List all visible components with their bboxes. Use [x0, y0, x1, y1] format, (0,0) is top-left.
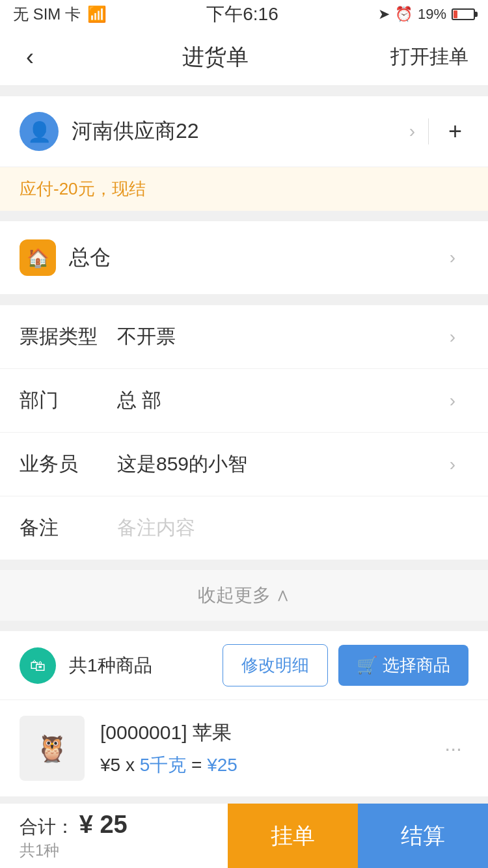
warehouse-name: 总仓	[69, 243, 450, 272]
department-label: 部门	[20, 387, 104, 414]
alarm-icon: ⏰	[395, 6, 413, 23]
battery-percent: 19%	[418, 6, 446, 23]
divider	[428, 118, 429, 144]
supplier-avatar: 👤	[20, 112, 59, 151]
time-label: 下午6:16	[206, 2, 278, 27]
nav-bar: ‹ 进货单 打开挂单	[0, 29, 488, 86]
notice-bar: 应付-20元，现结	[0, 167, 488, 211]
product-owl-icon: 🦉	[36, 733, 68, 764]
page-title: 进货单	[182, 42, 249, 72]
supplier-chevron-icon: ›	[409, 121, 415, 142]
product-title: 苹果	[193, 722, 232, 743]
remark-input[interactable]: 备注内容	[117, 515, 468, 541]
invoice-type-chevron-icon: ›	[450, 327, 455, 347]
total-section: 合计： ¥ 25 共1种	[0, 811, 228, 861]
department-value: 总 部	[117, 387, 450, 414]
carrier-label: 无 SIM 卡	[13, 4, 81, 25]
salesman-label: 业务员	[20, 451, 104, 478]
status-bar: 无 SIM 卡 📶 下午6:16 ➤ ⏰ 19%	[0, 0, 488, 29]
invoice-type-value: 不开票	[117, 323, 450, 350]
warehouse-chevron-icon: ›	[450, 247, 455, 268]
salesman-row[interactable]: 业务员 这是859的小智 ›	[0, 433, 488, 496]
cart-icon: 🛒	[357, 655, 377, 675]
notice-text: 应付-20元，现结	[20, 179, 146, 198]
select-product-label: 选择商品	[383, 654, 450, 677]
product-thumbnail: 🦉	[20, 716, 85, 781]
warehouse-card: 🏠 总仓 ›	[0, 221, 488, 295]
content: 👤 河南供应商22 › + 应付-20元，现结 🏠 总仓 › 票据类型 不开票 …	[0, 86, 488, 868]
total-price: ¥25	[207, 755, 237, 775]
supplier-row[interactable]: 👤 河南供应商22 › +	[0, 96, 488, 167]
battery-icon	[452, 8, 475, 20]
total-label: 合计：	[20, 817, 74, 837]
multiply-sign: x	[126, 755, 135, 775]
edit-detail-button[interactable]: 修改明细	[223, 644, 328, 686]
warehouse-icon: 🏠	[20, 239, 56, 276]
bottom-bar: 合计： ¥ 25 共1种 挂单 结算	[0, 803, 488, 868]
invoice-type-label: 票据类型	[20, 323, 104, 350]
collapse-bar[interactable]: 收起更多 ∧	[0, 570, 488, 621]
equals-sign: =	[191, 755, 202, 775]
supplier-name: 河南供应商22	[72, 117, 409, 146]
product-header: 🛍 共1种商品 修改明细 🛒 选择商品	[0, 631, 488, 700]
product-info: [0000001] 苹果 ¥5 x 5千克 = ¥25	[100, 720, 438, 778]
product-item: 🦉 [0000001] 苹果 ¥5 x 5千克 = ¥25 ···	[0, 700, 488, 796]
salesman-chevron-icon: ›	[450, 454, 455, 475]
total-row: 合计： ¥ 25	[20, 811, 208, 839]
product-name: [0000001] 苹果	[100, 720, 438, 746]
product-code: [0000001]	[100, 722, 187, 743]
quantity: 5千克	[140, 755, 187, 775]
department-chevron-icon: ›	[450, 390, 455, 411]
product-price-row: ¥5 x 5千克 = ¥25	[100, 753, 438, 778]
status-left: 无 SIM 卡 📶	[13, 4, 107, 25]
collapse-label: 收起更多 ∧	[198, 583, 291, 608]
remark-label: 备注	[20, 515, 104, 541]
count-row: 共1种	[20, 839, 208, 861]
total-amount: ¥ 25	[79, 811, 128, 838]
add-button[interactable]: +	[442, 118, 468, 145]
location-icon: ➤	[378, 6, 390, 23]
unit-price: ¥5	[100, 755, 120, 775]
back-button[interactable]: ‹	[20, 37, 40, 77]
product-more-button[interactable]: ···	[438, 730, 468, 767]
supplier-card: 👤 河南供应商22 › + 应付-20元，现结	[0, 96, 488, 211]
department-row[interactable]: 部门 总 部 ›	[0, 369, 488, 433]
select-product-button[interactable]: 🛒 选择商品	[338, 645, 468, 686]
product-count-icon: 🛍	[20, 647, 56, 684]
salesman-value: 这是859的小智	[117, 451, 450, 478]
wifi-icon: 📶	[87, 5, 107, 23]
open-hang-button[interactable]: 打开挂单	[390, 44, 468, 70]
invoice-type-row[interactable]: 票据类型 不开票 ›	[0, 305, 488, 369]
remark-row[interactable]: 备注 备注内容	[0, 496, 488, 560]
hang-button[interactable]: 挂单	[228, 804, 358, 869]
shopping-icon: 🛍	[30, 657, 46, 675]
form-card: 票据类型 不开票 › 部门 总 部 › 业务员 这是859的小智 › 备注 备注…	[0, 305, 488, 560]
count-label: 共1种	[20, 841, 59, 859]
warehouse-row[interactable]: 🏠 总仓 ›	[0, 221, 488, 295]
product-count-text: 共1种商品	[69, 653, 223, 678]
product-section: 🛍 共1种商品 修改明细 🛒 选择商品 🦉 [0000001] 苹果 ¥5	[0, 631, 488, 796]
checkout-button[interactable]: 结算	[358, 804, 488, 869]
status-right: ➤ ⏰ 19%	[378, 6, 475, 23]
avatar-icon: 👤	[27, 120, 51, 143]
